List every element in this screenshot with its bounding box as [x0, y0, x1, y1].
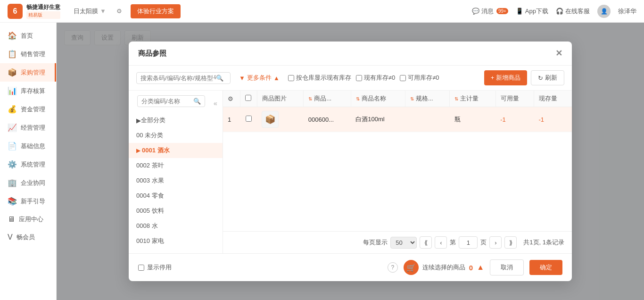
warehouse-stock-checkbox[interactable]: [288, 75, 294, 81]
modal-toolbar: 🔍 ▼ 更多条件 ▲ 按仓库显示现有库存 现有库存≠0: [129, 66, 572, 91]
row-num: 1: [223, 107, 240, 132]
enterprise-icon: 🏢: [8, 178, 17, 187]
sidebar-item-vip[interactable]: V 畅会员: [0, 228, 56, 246]
settings-icon[interactable]: ⚙: [112, 4, 127, 19]
nav-app-download[interactable]: 📱 App下载: [516, 7, 548, 16]
usable-ne0-checkbox[interactable]: [400, 75, 406, 81]
category-snacks[interactable]: 0004 零食: [129, 188, 223, 203]
purchase-icon: 📦: [8, 68, 17, 77]
th-spec[interactable]: ⇅ 规格...: [405, 91, 450, 107]
page-next-btn[interactable]: ›: [489, 236, 502, 249]
modal-close-icon[interactable]: ✕: [555, 48, 562, 58]
th-settings[interactable]: ⚙: [223, 91, 240, 107]
usable-ne0-checkbox-wrap[interactable]: 可用库存≠0: [400, 74, 439, 82]
collapse-cart-icon[interactable]: ▲: [477, 263, 484, 272]
modal-footer: 显示停用 ? 🛒 连续选择的商品 0 ▲ 取消 确定: [129, 253, 572, 281]
main-layout: 🏠 首页 📋 销售管理 📦 采购管理 📊 库存核算 💰 资金管理 📈 经营管理 …: [0, 23, 644, 300]
row-checkbox-cell: [240, 107, 257, 132]
cart-icon[interactable]: 🛒: [404, 260, 419, 275]
sidebar-item-sales[interactable]: 📋 销售管理: [0, 45, 56, 63]
spec-sort-icon: ⇅: [410, 96, 414, 101]
exp-btn[interactable]: 体验行业方案: [131, 4, 181, 18]
th-checkbox: [240, 91, 257, 107]
category-appliances[interactable]: 0010 家电: [129, 233, 223, 249]
cart-count: 0: [469, 264, 473, 272]
page-suffix: 页: [480, 238, 487, 247]
filter-btn[interactable]: ▼ 更多条件 ▲: [235, 72, 283, 84]
search-input[interactable]: [140, 75, 216, 82]
sidebar-item-inventory[interactable]: 📊 库存核算: [0, 82, 56, 100]
sidebar-item-home[interactable]: 🏠 首页: [0, 26, 56, 45]
home-icon: 🏠: [8, 31, 17, 40]
top-nav: 6 畅捷通好生意 精易版 日太阳膜 ▼ ⚙ 体验行业方案 💬 消息 99+ 📱 …: [0, 0, 644, 23]
category-beverages[interactable]: 0005 饮料: [129, 203, 223, 218]
table-row[interactable]: 1 📦: [223, 107, 572, 132]
modal-header: 商品参照 ✕: [129, 42, 572, 66]
confirm-btn[interactable]: 确定: [529, 260, 562, 275]
nav-online-service[interactable]: 🎧 在线客服: [556, 7, 590, 16]
category-unclassified[interactable]: 00 未分类: [129, 128, 223, 143]
category-liquor[interactable]: ▶ 0001 酒水: [129, 143, 223, 158]
refresh-btn[interactable]: ↻ 刷新: [531, 70, 564, 85]
category-search-input[interactable]: [141, 98, 193, 105]
filter-arrow-icon: ▲: [273, 75, 280, 82]
category-search-icon[interactable]: 🔍: [193, 98, 201, 105]
row-checkbox[interactable]: [246, 116, 252, 122]
nav-messages[interactable]: 💬 消息 99+: [472, 7, 508, 16]
row-code: 000600...: [304, 107, 351, 132]
logo-text: 畅捷通好生意 精易版: [26, 3, 60, 19]
page-first-btn[interactable]: ⟪: [420, 236, 432, 249]
per-page-label: 每页显示: [363, 238, 388, 247]
per-page-select[interactable]: 50 100: [390, 237, 417, 249]
all-arrow-icon: ▶: [136, 117, 141, 124]
help-icon[interactable]: ?: [388, 262, 398, 273]
product-reference-modal: 商品参照 ✕ 🔍 ▼ 更多条件 ▲ 按仓: [129, 42, 572, 281]
category-water[interactable]: 0008 水: [129, 218, 223, 233]
page-input[interactable]: [459, 236, 478, 249]
row-image: 📦: [257, 107, 304, 132]
sidebar-item-enterprise[interactable]: 🏢 企业协同: [0, 174, 56, 192]
mobile-icon: 📱: [516, 8, 523, 15]
message-badge: 99+: [496, 8, 508, 14]
sidebar-item-operations[interactable]: 📈 经营管理: [0, 118, 56, 137]
sidebar-item-finance[interactable]: 💰 资金管理: [0, 100, 56, 118]
name-sort-icon: ⇅: [356, 96, 360, 101]
code-sort-icon: ⇅: [308, 96, 312, 101]
th-available: 可用量: [495, 91, 534, 107]
system-icon: ⚙️: [8, 160, 17, 169]
content-area: 查询 设置 刷新 商品参照 ✕ 🔍: [57, 23, 644, 300]
category-all[interactable]: ▶ 全部分类: [129, 113, 223, 128]
page-last-btn[interactable]: ⟫: [504, 236, 517, 249]
username: 徐泽华: [618, 7, 636, 16]
apps-icon: 🖥: [8, 215, 15, 224]
select-all-checkbox[interactable]: [245, 95, 251, 101]
row-available: -1: [495, 107, 534, 132]
logo-tag: 精易版: [26, 11, 60, 19]
search-icon[interactable]: 🔍: [216, 75, 223, 82]
page-prev-btn[interactable]: ‹: [435, 236, 447, 249]
column-settings-icon[interactable]: ⚙: [228, 95, 233, 102]
sidebar-item-purchase[interactable]: 📦 采购管理: [0, 63, 56, 82]
store-selector[interactable]: 日太阳膜 ▼: [68, 7, 112, 16]
category-fruit[interactable]: 0003 水果: [129, 173, 223, 188]
category-tea[interactable]: 0002 茶叶: [129, 158, 223, 173]
show-disabled-wrap[interactable]: 显示停用: [138, 263, 172, 272]
sidebar-item-apps[interactable]: 🖥 应用中心: [0, 210, 56, 228]
add-product-btn[interactable]: + 新增商品: [484, 70, 527, 85]
search-wrap: 🔍: [136, 72, 231, 84]
avatar: 👤: [597, 5, 611, 18]
th-code[interactable]: ⇅ 商品...: [304, 91, 351, 107]
sidebar-item-basics[interactable]: 📄 基础信息: [0, 137, 56, 155]
show-disabled-checkbox[interactable]: [138, 265, 144, 271]
stock-ne0-checkbox[interactable]: [356, 75, 362, 81]
cart-area: 🛒 连续选择的商品 0 ▲: [404, 260, 484, 275]
store-name: 日太阳膜: [74, 7, 98, 16]
sidebar-item-system[interactable]: ⚙️ 系统管理: [0, 155, 56, 174]
stock-ne0-checkbox-wrap[interactable]: 现有库存≠0: [356, 74, 395, 82]
cancel-btn[interactable]: 取消: [490, 259, 524, 275]
th-name[interactable]: ⇅ 商品名称: [351, 91, 405, 107]
sidebar-item-guide[interactable]: 📚 新手引导: [0, 192, 56, 210]
warehouse-stock-checkbox-wrap[interactable]: 按仓库显示现有库存: [288, 74, 351, 82]
th-unit[interactable]: ⇅ 主计量: [450, 91, 495, 107]
collapse-panel-btn[interactable]: «: [210, 100, 221, 107]
